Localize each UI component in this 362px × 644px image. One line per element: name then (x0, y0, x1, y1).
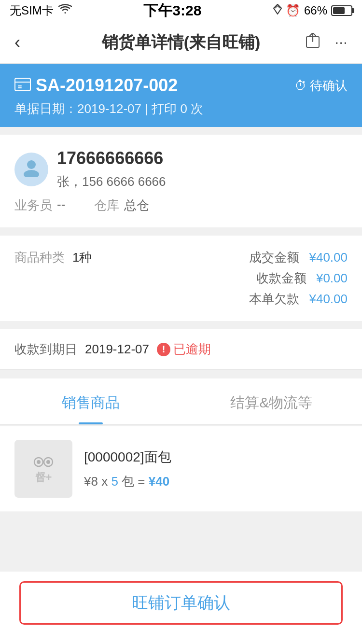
battery-text: 66% (304, 4, 327, 17)
bottom-bar: 旺铺订单确认 (0, 572, 362, 644)
product-price: ¥8 x 5 包 = ¥40 (84, 473, 348, 490)
product-name: [0000002]面包 (84, 448, 348, 466)
order-header: SA-20191207-002 ⏱ 待确认 单据日期：2019-12-07 | … (0, 64, 362, 127)
customer-info: 17666666666 张，156 6666 6666 (57, 148, 166, 190)
page-title: 销货单详情(来自旺铺) (102, 31, 261, 54)
divider-4 (0, 370, 362, 378)
customer-row: 17666666666 张，156 6666 6666 (14, 148, 348, 190)
svg-point-3 (24, 170, 39, 177)
product-type: 商品种类 1种 (14, 249, 92, 266)
time-display: 下午3:28 (143, 1, 201, 21)
tab-settlement[interactable]: 结算&物流等 (181, 378, 362, 424)
salesperson-item: 业务员 -- (14, 197, 65, 214)
nav-bar: ‹ 销货单详情(来自旺铺) ··· (0, 21, 362, 64)
product-section: 督+ [0000002]面包 ¥8 x 5 包 = ¥40 (0, 426, 362, 512)
order-date: 单据日期：2019-12-07 | 打印 0 次 (14, 100, 348, 117)
customer-phone: 17666666666 (57, 148, 166, 168)
due-date-label: 收款到期日 (14, 341, 77, 358)
back-button[interactable]: ‹ (14, 32, 43, 53)
summary-card: 商品种类 1种 成交金额 ¥40.00 收款金额 ¥0.00 本单欠款 ¥40.… (0, 236, 362, 322)
customer-card: 17666666666 张，156 6666 6666 业务员 -- 仓库 总仓 (0, 135, 362, 228)
svg-rect-1 (15, 78, 30, 91)
due-date-card: 收款到期日 2019-12-07 ! 已逾期 (0, 329, 362, 370)
carrier-text: 无SIM卡 (10, 3, 54, 18)
overdue-text: 已逾期 (173, 341, 211, 358)
confirm-order-button[interactable]: 旺铺订单确认 (19, 581, 343, 625)
divider-1 (0, 127, 362, 135)
avatar-icon (21, 157, 42, 182)
order-icon (14, 75, 31, 96)
debt-row: 本单欠款 ¥40.00 (249, 291, 348, 308)
status-clock-icon: ⏱ (294, 78, 307, 93)
divider-2 (0, 228, 362, 236)
status-right: ⏰ 66% (273, 4, 352, 17)
product-logo: 督+ (29, 453, 58, 485)
due-date-value: 2019-12-07 (85, 342, 149, 357)
order-id: SA-20191207-002 (14, 75, 178, 96)
transaction-row: 成交金额 ¥40.00 (249, 249, 348, 266)
export-icon[interactable] (306, 33, 320, 52)
status-bar: 无SIM卡 下午3:28 ⏰ 66% (0, 0, 362, 21)
location-icon (273, 4, 282, 17)
overdue-badge: ! 已逾期 (157, 341, 211, 358)
tabs-bar: 销售商品 结算&物流等 (0, 378, 362, 425)
svg-point-2 (27, 160, 36, 169)
divider-3 (0, 322, 362, 329)
avatar (14, 153, 48, 186)
alarm-icon: ⏰ (286, 4, 300, 17)
warehouse-item: 仓库 总仓 (94, 197, 149, 214)
svg-point-5 (37, 460, 41, 464)
amounts: 成交金额 ¥40.00 收款金额 ¥0.00 本单欠款 ¥40.00 (249, 249, 348, 308)
product-info: [0000002]面包 ¥8 x 5 包 = ¥40 (84, 448, 348, 490)
more-icon[interactable]: ··· (334, 33, 348, 51)
battery-icon (331, 5, 352, 16)
wifi-icon (58, 4, 72, 17)
product-thumbnail: 督+ (14, 440, 72, 498)
customer-meta: 业务员 -- 仓库 总仓 (14, 197, 348, 214)
order-status: ⏱ 待确认 (294, 77, 348, 94)
nav-actions: ··· (306, 33, 348, 52)
tab-sales-products[interactable]: 销售商品 (0, 378, 181, 424)
payment-row: 收款金额 ¥0.00 (256, 270, 348, 287)
product-item: 督+ [0000002]面包 ¥8 x 5 包 = ¥40 (0, 426, 362, 512)
svg-point-7 (46, 460, 50, 464)
overdue-dot-icon: ! (157, 343, 170, 356)
customer-name-row: 张，156 6666 6666 (57, 173, 166, 190)
status-left: 无SIM卡 (10, 3, 72, 18)
order-header-top: SA-20191207-002 ⏱ 待确认 (14, 75, 348, 96)
